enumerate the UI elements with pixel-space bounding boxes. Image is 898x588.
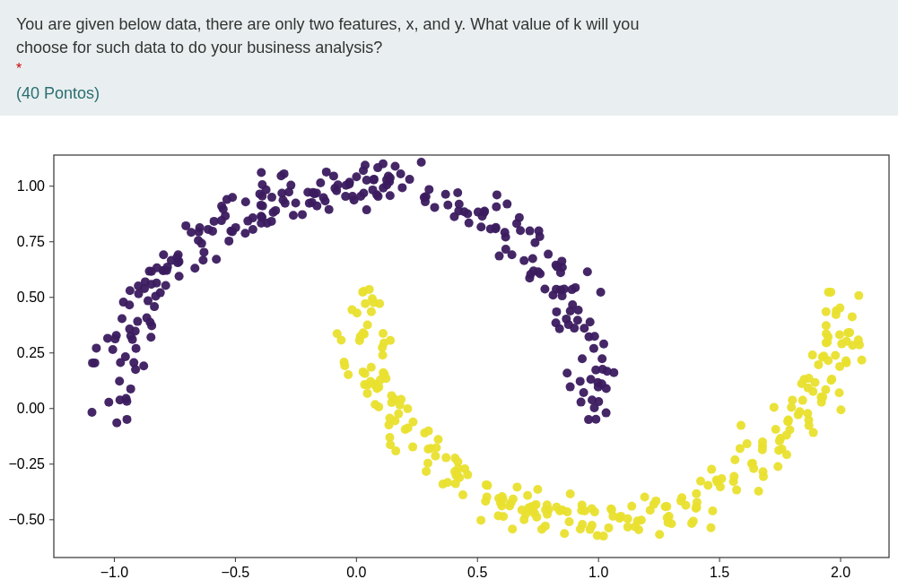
data-point [333, 329, 342, 338]
data-point [340, 361, 349, 370]
data-point [599, 340, 608, 349]
data-point [391, 446, 400, 455]
data-point [805, 374, 814, 383]
data-point [589, 344, 598, 353]
data-point [362, 205, 371, 214]
data-point [476, 222, 485, 231]
data-point [431, 452, 440, 461]
x-tick-label: −1.0 [100, 565, 129, 580]
data-point [754, 487, 763, 496]
data-point [432, 444, 440, 453]
question-panel: You are given below data, there are only… [0, 0, 898, 116]
x-tick-label: 2.0 [831, 565, 850, 580]
data-point [729, 472, 738, 481]
data-point [379, 339, 388, 348]
data-point [712, 476, 721, 485]
data-point [451, 471, 460, 480]
data-point [565, 517, 574, 526]
data-point [403, 404, 412, 413]
data-point [420, 193, 429, 202]
data-point [217, 216, 226, 225]
data-point [385, 177, 394, 186]
data-point [505, 501, 514, 510]
data-point [463, 210, 472, 219]
data-point [441, 454, 450, 463]
data-point [798, 396, 807, 405]
data-point [747, 459, 756, 468]
data-point [824, 288, 833, 297]
data-point [366, 377, 375, 386]
data-point [267, 193, 276, 202]
data-point [431, 203, 440, 212]
question-text: You are given below data, there are only… [16, 13, 882, 59]
data-point [125, 300, 134, 309]
data-point [627, 502, 636, 511]
data-point [687, 519, 696, 528]
data-point [732, 486, 741, 495]
data-point [397, 183, 406, 192]
data-point [608, 512, 617, 521]
data-point [730, 455, 739, 464]
data-point [578, 354, 587, 363]
data-point [112, 419, 121, 428]
data-point [267, 217, 276, 226]
y-tick-label: 1.00 [17, 178, 45, 194]
data-point [131, 365, 140, 374]
data-point [159, 250, 168, 259]
data-point [483, 481, 492, 490]
data-point [135, 290, 144, 298]
data-point [560, 529, 569, 538]
data-point [774, 445, 783, 454]
data-point [174, 250, 183, 259]
data-point [508, 524, 517, 533]
data-point [602, 409, 611, 418]
y-tick-label: 0.50 [17, 290, 45, 305]
data-point [292, 199, 301, 208]
data-point [597, 288, 606, 297]
data-point [329, 171, 338, 180]
data-point [381, 374, 390, 383]
data-point [533, 485, 542, 494]
data-point [449, 212, 458, 221]
data-point [417, 158, 426, 167]
y-tick-label: 0.00 [17, 401, 45, 416]
data-point [707, 465, 716, 474]
data-point [831, 351, 840, 360]
data-point [590, 332, 599, 341]
data-point [423, 459, 432, 468]
data-point [770, 402, 779, 411]
data-point [819, 351, 828, 360]
data-point [198, 255, 207, 264]
data-point [578, 520, 587, 529]
data-point [359, 368, 368, 376]
x-tick-label: 1.0 [588, 565, 608, 580]
data-point [342, 181, 351, 190]
data-point [540, 285, 549, 294]
data-point [386, 414, 395, 423]
data-point [493, 190, 501, 199]
data-point [495, 252, 504, 261]
data-point [379, 329, 388, 338]
data-point [552, 318, 561, 327]
data-point [814, 360, 823, 369]
data-point [854, 335, 863, 344]
scatter-chart: −1.0−0.50.00.51.01.52.0−0.50−0.250.000.2… [0, 148, 898, 588]
data-point [388, 391, 397, 400]
data-point [243, 217, 252, 226]
data-point [258, 202, 267, 211]
data-point [623, 514, 632, 523]
data-point [228, 193, 237, 202]
data-point [226, 227, 235, 236]
data-point [663, 514, 672, 523]
data-point [126, 385, 135, 393]
data-point [737, 421, 745, 430]
data-point [161, 281, 170, 290]
data-point [455, 200, 464, 209]
y-tick-label: −0.50 [9, 512, 46, 527]
data-point [835, 388, 844, 397]
data-point [583, 267, 592, 276]
data-point [552, 503, 561, 512]
data-point [491, 224, 500, 233]
data-point [316, 178, 325, 187]
data-point [501, 228, 510, 237]
